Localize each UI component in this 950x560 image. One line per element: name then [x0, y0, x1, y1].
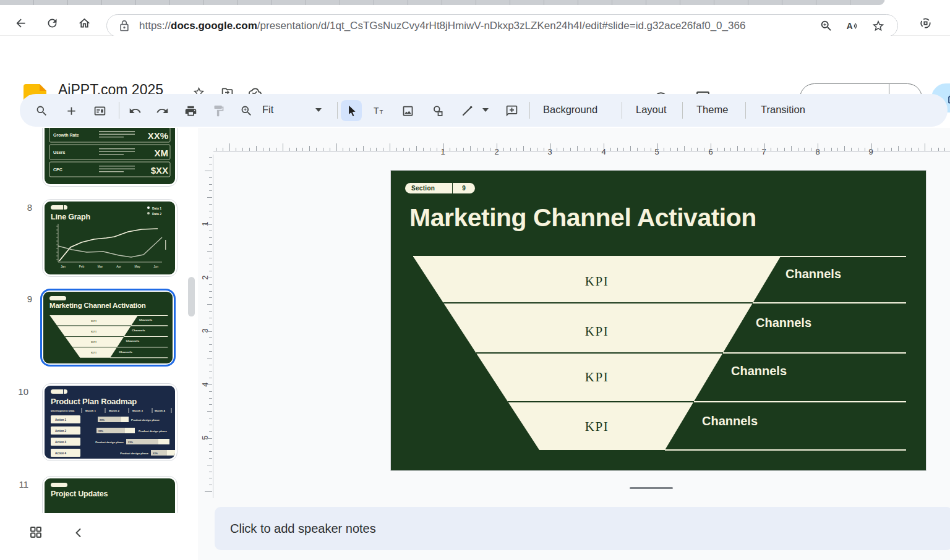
grid-view-button[interactable]: [27, 524, 45, 541]
funnel-channel-1[interactable]: Channels: [785, 267, 841, 281]
phase-label: Product design phase: [95, 441, 124, 444]
slide-thumbnail-11[interactable]: Project Updates: [42, 476, 178, 513]
insert-image-button[interactable]: [397, 100, 418, 121]
back-button[interactable]: [11, 13, 30, 33]
transition-button[interactable]: Transition: [756, 101, 810, 118]
metric-label: Users: [53, 150, 66, 155]
layout-button[interactable]: Layout: [631, 101, 672, 118]
mini-channel: Channels: [132, 329, 145, 332]
speaker-notes-placeholder: Click to add speaker notes: [230, 522, 376, 536]
zoom-caret-icon[interactable]: [315, 108, 322, 112]
toolbar-separator: [337, 102, 338, 119]
insert-shape-button[interactable]: [427, 100, 448, 121]
x-label: Jun: [153, 265, 158, 268]
site-info-lock-icon[interactable]: [118, 20, 131, 32]
collapse-filmstrip-icon: [71, 525, 86, 540]
thumb-title: Line Graph: [51, 213, 90, 221]
toolbar-separator: [529, 102, 530, 119]
mini-funnel: KPI KPI KPI KPI Channels Channels Channe…: [45, 310, 173, 362]
phase-label: Product design phase: [120, 452, 148, 455]
slide-filmstrip: Growth Rate XX% Users XM CPC $X: [0, 128, 198, 513]
refresh-icon: [46, 17, 59, 30]
funnel-kpi-2[interactable]: KPI: [585, 324, 609, 339]
undo-icon: [129, 104, 142, 117]
metric-label: Growth Rate: [53, 133, 79, 137]
legend-item: Data 2: [152, 212, 161, 216]
slide-number: 9: [14, 294, 32, 304]
funnel-kpi-3[interactable]: KPI: [585, 370, 609, 384]
slide-number: 8: [14, 202, 32, 213]
select-tool-button[interactable]: [341, 100, 362, 121]
mini-channel: Channels: [139, 318, 153, 321]
toolbar-separator: [119, 102, 119, 119]
paint-format-button[interactable]: [208, 100, 229, 121]
funnel-channel-3[interactable]: Channels: [731, 364, 787, 378]
x-label: Feb: [79, 265, 85, 268]
funnel-channel-4[interactable]: Channels: [702, 414, 758, 428]
search-menus-button[interactable]: [31, 100, 52, 121]
app-header: AiPPT.com 2025 File Edit View Insert For…: [0, 36, 950, 94]
slide-thumbnail-8[interactable]: Line Graph Data 1 Data 2 Jan Feb Mar Apr…: [42, 199, 178, 277]
url-path: /presentation/d/1qt_CsTGsNuzCvy4rHt8jHmi…: [257, 20, 746, 32]
home-button[interactable]: [74, 13, 94, 33]
x-label: Jan: [61, 265, 66, 268]
slide-layout-button[interactable]: [89, 100, 110, 121]
mini-kpi: KPI: [91, 331, 96, 334]
add-comment-icon: [505, 104, 518, 117]
text-box-button[interactable]: TT: [369, 100, 390, 121]
browser-window: https://docs.google.com/presentation/d/1…: [0, 0, 950, 560]
browser-toolbar: https://docs.google.com/presentation/d/1…: [0, 5, 950, 36]
redo-icon: [156, 104, 169, 117]
zoom-select[interactable]: Fit: [262, 104, 273, 116]
favorite-star-icon[interactable]: [871, 19, 885, 33]
metric-label: CPC: [53, 168, 62, 172]
bar-value: XX%: [153, 452, 158, 455]
paint-format-icon: [212, 104, 225, 117]
home-icon: [78, 17, 91, 30]
action-cell: Action 3: [55, 441, 67, 444]
zoom-button[interactable]: [236, 100, 257, 121]
slide-thumbnail-9-selected[interactable]: Marketing Channel Activation KPI KPI KPI…: [40, 289, 176, 367]
toolbar-separator: [745, 102, 746, 119]
metric-value: $XX: [151, 165, 168, 176]
read-aloud-icon[interactable]: A: [845, 19, 859, 33]
phase-label: Product design phase: [139, 430, 167, 433]
slide-thumbnail-7[interactable]: Growth Rate XX% Users XM CPC $X: [42, 128, 178, 187]
bar-value: XX%: [128, 441, 134, 444]
insert-line-button[interactable]: [456, 100, 477, 121]
redo-button[interactable]: [152, 100, 173, 121]
print-button[interactable]: [180, 100, 201, 121]
funnel-kpi-1[interactable]: KPI: [585, 274, 609, 289]
funnel-diagram[interactable]: KPI KPI KPI KPI Channels Channels Channe…: [391, 171, 926, 470]
svg-text:A: A: [847, 21, 853, 30]
zoom-page-icon[interactable]: [819, 19, 833, 33]
filmstrip-scrollbar[interactable]: [188, 277, 195, 316]
refresh-button[interactable]: [42, 13, 62, 33]
extensions-button[interactable]: [915, 13, 935, 33]
slide-number: 11: [10, 479, 28, 490]
share-lock-icon: [946, 92, 950, 104]
thumb-title: Marketing Channel Activation: [49, 302, 146, 309]
background-button[interactable]: Background: [538, 101, 602, 118]
edit-toolbar: Fit TT Background Layout Theme Transitio…: [20, 94, 948, 127]
vertical-ruler: 1 2 3 4 5: [198, 155, 213, 498]
funnel-channel-2[interactable]: Channels: [756, 316, 811, 329]
speaker-notes[interactable]: Click to add speaker notes: [215, 507, 950, 550]
line-caret-icon[interactable]: [482, 108, 489, 112]
mini-section-pill: [51, 483, 67, 487]
zoom-icon: [240, 104, 253, 117]
undo-button[interactable]: [124, 100, 145, 121]
x-label: May: [134, 265, 140, 268]
url-text: https://docs.google.com/presentation/d/1…: [139, 20, 819, 32]
address-bar[interactable]: https://docs.google.com/presentation/d/1…: [106, 14, 898, 37]
collapse-filmstrip-button[interactable]: [70, 524, 87, 541]
add-comment-button[interactable]: [501, 100, 522, 121]
theme-button[interactable]: Theme: [691, 101, 733, 118]
slide-canvas[interactable]: Section 9 Marketing Channel Activation K…: [391, 171, 926, 470]
url-scheme: https://: [139, 20, 171, 32]
new-slide-button[interactable]: [61, 100, 82, 121]
funnel-kpi-4[interactable]: KPI: [585, 419, 609, 434]
notes-resize-handle[interactable]: [630, 487, 673, 489]
browser-tab-strip[interactable]: [0, 0, 884, 5]
slide-thumbnail-10[interactable]: Product Plan Roadmap Development Data Mo…: [42, 383, 178, 461]
